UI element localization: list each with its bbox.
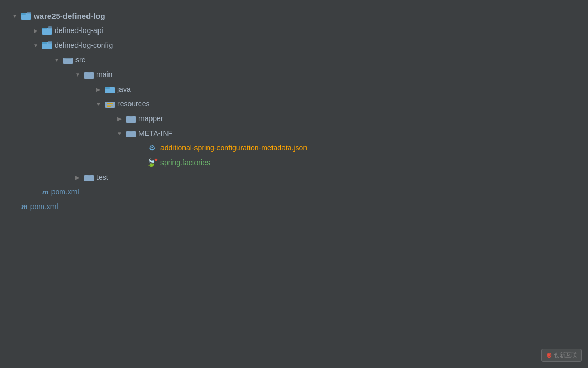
svg-rect-8 <box>48 41 52 44</box>
tree-node-spring-factories[interactable]: 🍃 ★ spring.factories <box>10 155 578 170</box>
arrow-src[interactable] <box>52 56 61 64</box>
svg-rect-7 <box>42 42 47 44</box>
tree-node-defined-log-api[interactable]: defined-log-api <box>10 23 578 38</box>
svg-rect-15 <box>107 105 113 106</box>
node-label-pom-root: pom.xml <box>30 202 58 211</box>
svg-rect-16 <box>107 106 111 107</box>
folder-icon-src <box>63 56 73 64</box>
node-label-java: java <box>117 85 131 93</box>
node-label-test: test <box>96 173 108 181</box>
tree-node-src[interactable]: src <box>10 52 578 67</box>
tree-node-meta-inf[interactable]: META-INF <box>10 126 578 140</box>
tree-node-main[interactable]: main <box>10 67 578 82</box>
tree-node-additional-spring[interactable]: ↑ ⚙ additional-spring-configuration-meta… <box>10 140 578 155</box>
arrow-defined-log-config[interactable] <box>31 41 40 49</box>
module-icon-root <box>21 12 31 20</box>
tree-node-mapper[interactable]: mapper <box>10 111 578 126</box>
folder-icon-test <box>84 173 94 181</box>
file-icon-pom-root: m <box>21 202 28 211</box>
tree-node-defined-log-config[interactable]: defined-log-config <box>10 38 578 52</box>
svg-rect-14 <box>107 103 113 104</box>
svg-rect-12 <box>105 87 110 89</box>
node-label-root: ware25-defined-log <box>34 12 105 20</box>
node-label-src: src <box>75 56 85 64</box>
node-label-mapper: mapper <box>138 114 163 123</box>
arrow-main[interactable] <box>73 70 82 79</box>
node-label-main: main <box>96 70 112 79</box>
file-tree: ware25-defined-log defined-log-api defin <box>0 0 588 222</box>
arrow-test[interactable] <box>73 173 82 181</box>
tree-node-pom-root[interactable]: m pom.xml <box>10 199 578 214</box>
tree-node-pom-config[interactable]: m pom.xml <box>10 185 578 199</box>
folder-icon-main <box>84 70 94 79</box>
node-label-defined-log-api: defined-log-api <box>55 26 103 35</box>
file-icon-pom-config: m <box>42 188 49 197</box>
watermark-text: 创新互联 <box>554 351 577 359</box>
svg-rect-4 <box>42 28 47 29</box>
tree-node-root[interactable]: ware25-defined-log <box>10 8 578 23</box>
svg-rect-2 <box>27 12 31 14</box>
file-icon-json: ↑ ⚙ <box>147 143 158 153</box>
arrow-meta-inf[interactable] <box>115 129 124 137</box>
tree-node-java[interactable]: java <box>10 82 578 96</box>
node-label-additional-spring: additional-spring-configuration-metadata… <box>160 144 307 152</box>
folder-icon-java <box>105 85 115 93</box>
arrow-defined-log-api[interactable] <box>31 26 40 35</box>
arrow-java[interactable] <box>94 85 103 93</box>
folder-icon-resources <box>105 100 115 108</box>
tree-node-resources[interactable]: resources <box>10 96 578 111</box>
module-icon-config <box>42 41 52 49</box>
svg-rect-1 <box>21 13 26 15</box>
node-label-defined-log-config: defined-log-config <box>55 41 113 49</box>
node-label-pom-config: pom.xml <box>51 188 79 196</box>
watermark-symbol: ⊗ <box>546 351 552 359</box>
folder-icon-meta-inf <box>126 129 136 137</box>
watermark: ⊗ 创新互联 <box>541 349 582 362</box>
arrow-resources[interactable] <box>94 100 103 108</box>
arrow-root[interactable] <box>10 12 19 20</box>
folder-icon-mapper <box>126 114 136 123</box>
node-label-resources: resources <box>117 100 149 108</box>
node-label-spring-factories: spring.factories <box>160 158 210 167</box>
file-icon-factories: 🍃 ★ <box>147 157 158 168</box>
node-label-meta-inf: META-INF <box>138 129 172 137</box>
svg-rect-5 <box>48 26 52 29</box>
arrow-mapper[interactable] <box>115 114 124 123</box>
module-icon-api <box>42 26 52 35</box>
tree-node-test[interactable]: test <box>10 170 578 185</box>
